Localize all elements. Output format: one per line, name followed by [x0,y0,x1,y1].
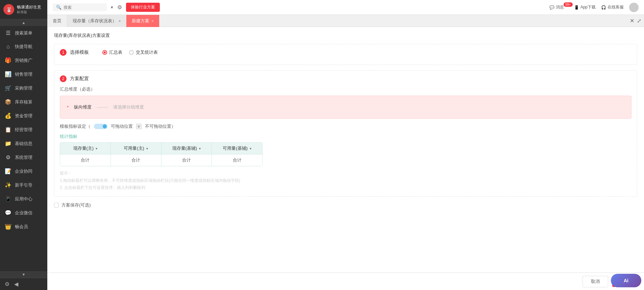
footer-settings-icon[interactable]: ⚙ [5,281,9,287]
template-options: 汇总表 交叉统计表 [102,49,158,55]
sidebar-item-vip[interactable]: 👑 畅会员 [0,220,47,234]
tab-inventory-close-icon[interactable]: × [119,19,121,23]
sidebar-item-corp-wechat[interactable]: 💬 企业微信 [0,206,47,220]
sidebar-item-purchase-mgmt[interactable]: 🛒 采购管理 [0,81,47,95]
sidebar-scroll-up[interactable]: ▲ [0,19,47,26]
stats-col-3[interactable]: 现存量(基辅) ▾ [162,143,212,154]
topbar-dropdown-icon[interactable]: ▾ [111,5,113,10]
sidebar-label: 经营管理 [15,127,32,133]
topbar-gear-icon[interactable]: ⚙ [117,4,122,10]
sidebar-label: 库存核算 [15,99,32,105]
cancel-button[interactable]: 取消 [583,276,608,287]
col2-label: 可用量(主) [124,145,144,151]
sidebar-item-marketing[interactable]: 🎁 营销推广 [0,53,47,67]
tab-new-plan-close-icon[interactable]: × [151,19,153,23]
section2-title: 方案配置 [70,76,89,82]
sidebar-item-search-menu[interactable]: ☰ 搜索菜单 [0,26,47,40]
col1-chevron-icon[interactable]: ▾ [96,147,97,150]
sidebar-label: 营销推广 [15,57,32,64]
sidebar-item-corp-protocol[interactable]: 📝 企业协同 [0,164,47,178]
save-option: 方案保存(可选) [54,202,637,208]
section-config: 2 方案配置 汇总维度（必选） * 纵向维度 —— 请选择分组维度 模板指标设定… [54,70,637,197]
stats-col-4[interactable]: 可用量(基辅) ▾ [212,143,262,154]
stats-table-header: 现存量(主) ▾ 可用量(主) ▾ 现存量(基辅) ▾ 可用量(基辅) [60,143,262,154]
stats-col-2[interactable]: 可用量(主) ▾ [111,143,162,154]
stats-col-1[interactable]: 现存量(主) ▾ [60,143,111,154]
sidebar-item-app-center[interactable]: 📱 应用中心 [0,192,47,206]
sidebar-label: 畅会员 [15,224,28,230]
non-drag-indicator: ⊘ [136,124,142,129]
col4-label: 可用量(基辅) [223,145,248,151]
ai-float-button[interactable]: Ai [611,274,641,287]
sidebar-label: 基础信息 [15,141,32,147]
sidebar-item-basic-info[interactable]: 📁 基础信息 [0,137,47,150]
sidebar-item-sys-mgmt[interactable]: ⚙ 系统管理 [0,150,47,164]
content-area: 现存量(库存状况表)方案设置 1 选择模板 汇总表 交叉统计表 [47,27,644,272]
sidebar-item-finance[interactable]: 💰 资金管理 [0,109,47,123]
cell-2: 合计 [111,154,162,166]
save-checkbox[interactable] [54,203,59,208]
indicator-setting: 模板指标设定（ 可拖动位置 ⊘ 不可拖动位置） [60,123,631,129]
tips-title: 提示： [60,170,631,177]
sidebar-scroll-down[interactable]: ▼ [0,271,47,278]
sidebar-item-inventory[interactable]: 📦 库存核算 [0,95,47,109]
tab-close-icon[interactable]: ✕ [630,18,634,24]
cell-4: 合计 [212,154,262,166]
sidebar-item-operation[interactable]: 📋 经营管理 [0,123,47,137]
col3-chevron-icon[interactable]: ▾ [199,147,201,150]
search-box[interactable]: 🔍 [53,3,107,11]
draggable-label: 可拖动位置 [111,123,133,129]
dimension-row[interactable]: * 纵向维度 —— 请选择分组维度 [67,104,624,110]
col2-chevron-icon[interactable]: ▾ [146,147,148,150]
tabs-bar: 首页 现存量（库存状况表） × 新建方案 × ✕ ⤢ [47,15,644,27]
draggable-toggle[interactable] [94,124,107,129]
service-label: 在线客服 [608,4,624,10]
sidebar-label: 搜索菜单 [15,30,32,36]
footer-sound-icon[interactable]: ◀ [14,281,18,287]
search-input[interactable] [64,5,97,10]
template-summary[interactable]: 汇总表 [102,49,122,55]
user-avatar[interactable] [629,3,639,12]
main-area: 🔍 ▾ ⚙ 体验行业方案 💬 消息 99+ 📱 App下载 🎧 在线客服 首 [47,0,644,290]
gift-icon: 🎁 [5,57,11,64]
dimension-dash: —— [97,104,108,110]
sidebar-item-sales-mgmt[interactable]: 📊 销售管理 [0,67,47,81]
sidebar-item-new-guide[interactable]: ✨ 新手引导 [0,178,47,192]
tab-new-plan[interactable]: 新建方案 × [126,15,159,27]
home-icon: ⌂ [5,44,11,50]
stats-table-row: 合计 合计 合计 合计 [60,154,262,166]
template-cross[interactable]: 交叉统计表 [129,49,158,55]
col4-chevron-icon[interactable]: ▾ [250,147,251,150]
message-icon-area[interactable]: 💬 消息 99+ [549,4,569,10]
sidebar-label: 销售管理 [15,71,32,77]
stats-table: 现存量(主) ▾ 可用量(主) ▾ 现存量(基辅) ▾ 可用量(基辅) [60,142,263,166]
app-download-icon: 📱 [574,5,579,10]
online-service-link[interactable]: 🎧 在线客服 [601,4,624,10]
section1-header: 1 选择模板 汇总表 交叉统计表 [60,49,631,56]
page-title: 现存量(库存状况表)方案设置 [54,32,637,39]
sidebar-item-quick-nav[interactable]: ⌂ 快捷导航 [0,40,47,53]
radio-cross-icon [129,50,134,55]
cell-3: 合计 [162,154,212,166]
tab-home[interactable]: 首页 [47,15,67,27]
logo-icon: 🐰 [3,4,14,15]
step2-badge: 2 [60,75,67,82]
sidebar-label: 企业微信 [15,210,32,216]
trial-btn[interactable]: 体验行业方案 [126,3,160,12]
col3-label: 现存量(基辅) [172,145,197,151]
tabs-right: ✕ ⤢ [627,18,644,24]
dimension-placeholder[interactable]: 请选择分组维度 [113,104,144,110]
tab-expand-icon[interactable]: ⤢ [637,18,641,24]
non-draggable-label: 不可拖动位置） [145,123,176,129]
app-download-link[interactable]: 📱 App下载 [574,4,596,10]
search-icon: 🔍 [56,5,61,10]
col1-label: 现存量(主) [73,145,94,151]
settings-icon: ⚙ [5,154,11,161]
radio-cross-label: 交叉统计表 [136,49,158,55]
cell-1: 合计 [60,154,111,166]
stats-section: 统计指标 现存量(主) ▾ 可用量(主) ▾ 现存量(基辅) [60,134,631,166]
search-menu-icon: ☰ [5,30,11,36]
app-logo: 🐰 畅康通好生意 标准版 [0,0,47,19]
tab-inventory-status[interactable]: 现存量（库存状况表） × [67,15,126,27]
required-mark: * [67,105,69,110]
